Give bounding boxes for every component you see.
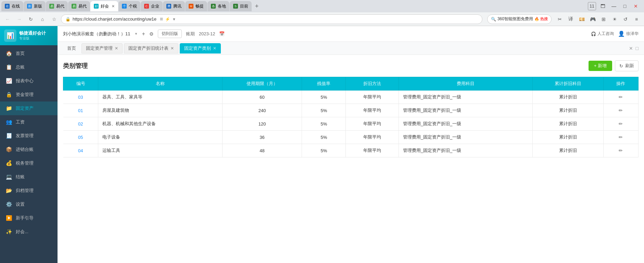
- sidebar-nav: 🏠 首页 📋 总账 📈 报表中心 🔒 资金管理 📁 固定资产 👥 工资: [0, 45, 58, 263]
- tab-depreciation-close-icon[interactable]: ✕: [171, 46, 174, 51]
- row-4-edit-button[interactable]: ✏: [619, 134, 623, 140]
- browser-tab-6[interactable]: 个 个税: [118, 1, 140, 11]
- row-1-period: 60: [222, 91, 302, 104]
- maximize-icon[interactable]: □: [621, 2, 629, 10]
- forward-button[interactable]: →: [14, 14, 24, 24]
- row-1-action: ✏: [603, 91, 638, 104]
- browser-tab-5[interactable]: 好 好会 ✕: [90, 1, 118, 11]
- row-5-method: 年限平均: [346, 144, 399, 157]
- game-icon[interactable]: 🎮: [588, 14, 597, 24]
- tab-fixed-mgmt[interactable]: 固定资产管理 ✕: [81, 43, 123, 53]
- topbar-settings-icon[interactable]: ⚙: [149, 31, 154, 37]
- sidebar-item-archive[interactable]: 📂 归档管理: [0, 184, 58, 198]
- logo-subtitle: 专业版: [19, 36, 46, 41]
- sidebar-item-inventory[interactable]: 📦 进销台账: [0, 143, 58, 156]
- browser-tab-4[interactable]: 易 易代: [68, 1, 90, 11]
- sidebar-item-home[interactable]: 🏠 首页: [0, 47, 58, 60]
- browser-tab-10[interactable]: 各 各地: [207, 1, 229, 11]
- tab-10-text: 各地: [218, 3, 226, 9]
- switch-version-button[interactable]: 切到旧版: [158, 29, 182, 38]
- service-button[interactable]: 🎧 人工咨询: [591, 31, 614, 37]
- browser-tab-3[interactable]: 易 易代: [46, 1, 68, 11]
- undo-icon[interactable]: ↺: [621, 14, 630, 24]
- add-account-icon[interactable]: +: [142, 31, 145, 37]
- url-dropdown-icon[interactable]: ▼: [172, 17, 176, 21]
- row-5-edit-button[interactable]: ✏: [619, 148, 623, 153]
- sidebar-item-fixed-assets[interactable]: 📁 固定资产: [0, 101, 58, 115]
- window-close-icon[interactable]: ✕: [629, 46, 633, 51]
- refresh-icon: ↻: [619, 63, 623, 69]
- sidebar-item-guide[interactable]: ▶️ 新手引导: [0, 211, 58, 225]
- sidebar-item-tax[interactable]: 💰 税务管理: [0, 156, 58, 170]
- translate-icon[interactable]: 译: [566, 14, 576, 24]
- minimize-icon[interactable]: —: [610, 2, 618, 10]
- row-1-edit-button[interactable]: ✏: [619, 94, 623, 100]
- sidebar-item-archive-label: 归档管理: [16, 188, 34, 194]
- account-dropdown-icon[interactable]: ▼: [134, 32, 138, 36]
- url-input[interactable]: 🔒 https://cloud.chanjet.com/accounting/u…: [61, 14, 482, 24]
- browser-tab-2[interactable]: 新 新版: [24, 1, 46, 11]
- refresh-button[interactable]: ↻ 刷新: [615, 60, 639, 71]
- tab-count-badge[interactable]: 11: [588, 2, 596, 10]
- sidebar-item-salary[interactable]: 👥 工资: [0, 115, 58, 129]
- top-bar-right: 🎧 人工咨询 👤 徐泽华: [591, 31, 639, 37]
- browser-tab-9[interactable]: M 畅提: [185, 1, 207, 11]
- sidebar-item-ledger[interactable]: 📋 总账: [0, 60, 58, 74]
- row-5-expense: 管理费用_固定资产折旧_一级: [399, 144, 533, 157]
- cut-icon[interactable]: ✂: [555, 14, 565, 24]
- sidebar-item-checkout[interactable]: 💻 结账: [0, 170, 58, 184]
- menu-icon[interactable]: ≡: [632, 14, 641, 24]
- tab-home-label: 首页: [67, 45, 76, 51]
- tab-category-close-icon[interactable]: ✕: [213, 46, 216, 51]
- tab-category[interactable]: 固定资产类别 ✕: [180, 43, 221, 53]
- bookmark-button[interactable]: ☆: [49, 14, 59, 24]
- brightness-icon[interactable]: ☀: [610, 14, 619, 24]
- restore-window-icon[interactable]: 🗔: [599, 2, 607, 10]
- sidebar-item-capital[interactable]: 🔒 资金管理: [0, 88, 58, 101]
- tab-5-close-icon[interactable]: ✕: [112, 4, 115, 9]
- tab-controls: 11 🗔 — □ ✕: [588, 2, 643, 10]
- tab-7-text: 企业: [151, 3, 159, 9]
- tab-8-text: 腾讯: [173, 3, 181, 9]
- add-button[interactable]: + 新增: [589, 61, 612, 71]
- new-tab-button[interactable]: +: [252, 1, 262, 11]
- sidebar-item-guide-label: 新手引导: [16, 215, 34, 221]
- row-5-code: 04: [63, 144, 98, 157]
- service-label: 人工咨询: [597, 31, 614, 37]
- reload-button[interactable]: ↻: [26, 14, 36, 24]
- grid-icon[interactable]: ⊞: [599, 14, 608, 24]
- calendar-icon[interactable]: 📅: [219, 31, 225, 36]
- wallet-icon[interactable]: 💴: [577, 14, 586, 24]
- sidebar-item-home-label: 首页: [16, 50, 25, 57]
- browser-tab-1[interactable]: 在 在线: [1, 1, 23, 11]
- category-table: 编号 名称 使用期限（月） 残值率 折旧方法 费用科目 累计折旧科目 操作 03…: [63, 77, 639, 157]
- header-actions: + 新增 ↻ 刷新: [589, 60, 639, 71]
- table-row: 03 器具、工具、家具等 60 5% 年限平均 管理费用_固定资产折旧_一级 累…: [63, 91, 639, 104]
- row-2-edit-button[interactable]: ✏: [619, 108, 623, 113]
- sidebar-item-invoice[interactable]: 🧾 发票管理: [0, 129, 58, 143]
- table-row: 05 电子设备 36 5% 年限平均 管理费用_固定资产折旧_一级 累计折旧 ✏: [63, 131, 639, 144]
- search-bar[interactable]: 🔍 360智能抠图免费用 🔥 热搜: [487, 14, 552, 24]
- sidebar-item-settings[interactable]: ⚙️ 设置: [0, 198, 58, 211]
- tax-icon: 💰: [5, 160, 12, 167]
- browser-tab-7[interactable]: C 企业: [141, 1, 163, 11]
- tab-home[interactable]: 首页: [63, 43, 80, 53]
- col-period: 使用期限（月）: [222, 77, 302, 91]
- browser-tab-8[interactable]: 腾 腾讯: [163, 1, 185, 11]
- row-1-expense: 管理费用_固定资产折旧_一级: [399, 91, 533, 104]
- browser-tab-11[interactable]: S 目前: [230, 1, 252, 11]
- tab-fixed-mgmt-close-icon[interactable]: ✕: [115, 46, 118, 51]
- row-3-edit-button[interactable]: ✏: [619, 121, 623, 127]
- col-name: 名称: [98, 77, 223, 91]
- account-name: 刘小艳演示账套（勿删勿动！）11: [63, 31, 130, 37]
- back-button[interactable]: ←: [3, 14, 12, 24]
- tab-depreciation[interactable]: 固定资产折旧统计表 ✕: [124, 43, 178, 53]
- window-restore-icon[interactable]: □: [636, 46, 639, 51]
- period-label: 账期: [186, 31, 195, 37]
- sidebar-item-more[interactable]: ✨ 好会...: [0, 225, 58, 239]
- sidebar-item-reports[interactable]: 📈 报表中心: [0, 74, 58, 88]
- close-window-icon[interactable]: ✕: [632, 2, 640, 10]
- home-button[interactable]: ⌂: [38, 14, 47, 24]
- tab-fixed-mgmt-label: 固定资产管理: [86, 45, 113, 51]
- search-text: 360智能抠图免费用: [497, 16, 533, 22]
